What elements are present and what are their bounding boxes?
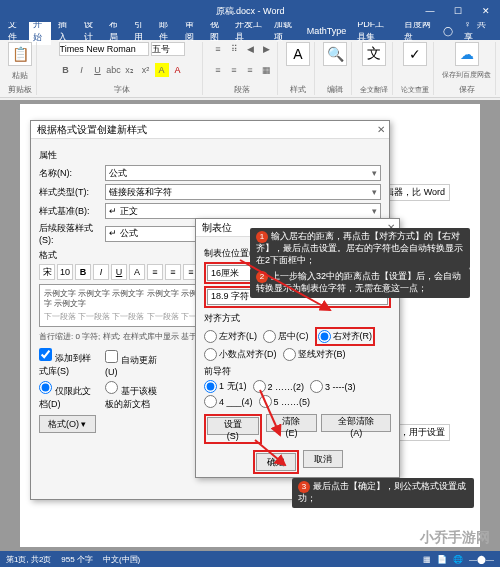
base-label: 样式基准(B): <box>39 205 99 218</box>
fmt-alignc-icon[interactable]: ≡ <box>165 264 181 280</box>
italic-icon[interactable]: I <box>75 63 89 77</box>
ribbon-check: ✓ 论文查重 <box>397 42 434 95</box>
svg-line-2 <box>255 440 285 465</box>
arrow-icon <box>240 260 340 320</box>
ribbon-translate: 文 全文翻译 <box>356 42 393 95</box>
align-right-radio[interactable]: 右对齐(R) <box>315 327 376 346</box>
align-left-radio[interactable]: 左对齐(L) <box>204 327 257 346</box>
status-lang[interactable]: 中文(中国) <box>103 554 140 565</box>
ribbon: 📋 粘贴 剪贴板 B I U abc x₂ x² A A 字体 ≡ ⠿ ◀ ▶ … <box>0 40 500 98</box>
fmt-size-icon[interactable]: 10 <box>57 264 73 280</box>
title-bar: 原稿.docx - Word — ☐ ✕ <box>0 0 500 22</box>
minimize-button[interactable]: — <box>416 0 444 22</box>
check-button[interactable]: ✓ <box>403 42 427 66</box>
add-to-library-checkbox[interactable]: 添加到样式库(S) <box>39 348 99 378</box>
strike-icon[interactable]: abc <box>107 63 121 77</box>
sup-icon[interactable]: x² <box>139 63 153 77</box>
view-read-icon[interactable]: ▦ <box>423 555 431 564</box>
name-label: 名称(N): <box>39 167 99 180</box>
next-label: 后续段落样式(S): <box>39 222 99 245</box>
align-center-radio[interactable]: 居中(C) <box>263 327 309 346</box>
sub-icon[interactable]: x₂ <box>123 63 137 77</box>
close-icon[interactable]: ✕ <box>377 124 385 135</box>
leader-label: 前导符 <box>204 365 391 378</box>
font-name-input[interactable] <box>59 42 149 56</box>
watermark: 小乔手游网 <box>420 529 490 547</box>
format-menu-button[interactable]: 格式(O) ▾ <box>39 415 96 433</box>
ribbon-editing: 🔍 编辑 <box>319 42 352 95</box>
translate-button[interactable]: 文 <box>362 42 386 66</box>
arrow-icon <box>250 390 290 440</box>
template-radio[interactable]: 基于该模板的新文档 <box>105 381 165 411</box>
bullets-icon[interactable]: ≡ <box>211 42 225 56</box>
svg-line-1 <box>260 390 280 435</box>
status-bar: 第1页, 共2页 955 个字 中文(中国) ▦ 📄 🌐 —⬤— <box>0 551 500 567</box>
style-dialog-title[interactable]: 根据格式设置创建新样式 ✕ <box>31 121 389 139</box>
fmt-italic-icon[interactable]: I <box>93 264 109 280</box>
paste-button[interactable]: 📋 <box>8 42 32 66</box>
status-words[interactable]: 955 个字 <box>61 554 93 565</box>
highlight-icon[interactable]: A <box>155 63 169 77</box>
tab-mathtype[interactable]: MathType <box>303 25 351 37</box>
ribbon-paragraph: ≡ ⠿ ◀ ▶ ≡ ≡ ≡ ▦ 段落 <box>207 42 278 95</box>
name-input[interactable]: 公式 <box>105 165 381 181</box>
align-center-icon[interactable]: ≡ <box>227 63 241 77</box>
fmt-alignl-icon[interactable]: ≡ <box>147 264 163 280</box>
zoom-slider[interactable]: —⬤— <box>469 555 494 564</box>
only-this-doc-radio[interactable]: 仅限此文档(D) <box>39 381 99 411</box>
fmt-color-icon[interactable]: A <box>129 264 145 280</box>
ribbon-baidu: ☁ 保存到百度网盘 保存 <box>438 42 496 95</box>
type-label: 样式类型(T): <box>39 186 99 199</box>
tab-help[interactable]: ◯ <box>439 25 457 37</box>
view-web-icon[interactable]: 🌐 <box>453 555 463 564</box>
tab-clearall-button[interactable]: 全部清除(A) <box>321 414 391 432</box>
view-print-icon[interactable]: 📄 <box>437 555 447 564</box>
ribbon-clipboard: 📋 粘贴 剪贴板 <box>4 42 37 95</box>
align-left-icon[interactable]: ≡ <box>211 63 225 77</box>
ribbon-font: B I U abc x₂ x² A A 字体 <box>41 42 203 95</box>
find-button[interactable]: 🔍 <box>323 42 347 66</box>
shading-icon[interactable]: ▦ <box>259 63 273 77</box>
ribbon-styles: A 样式 <box>282 42 315 95</box>
arrow-icon <box>250 440 290 470</box>
tip-3: 3最后点击【确定】，则公式格式设置成功； <box>292 478 474 508</box>
indent-inc-icon[interactable]: ▶ <box>259 42 273 56</box>
indent-dec-icon[interactable]: ◀ <box>243 42 257 56</box>
underline-icon[interactable]: U <box>91 63 105 77</box>
section-properties: 属性 <box>39 149 381 162</box>
numbering-icon[interactable]: ⠿ <box>227 42 241 56</box>
tab-cancel-button[interactable]: 取消 <box>303 450 343 468</box>
window-title: 原稿.docx - Word <box>216 5 285 18</box>
align-bar-radio[interactable]: 竖线对齐(B) <box>283 348 346 361</box>
align-right-icon[interactable]: ≡ <box>243 63 257 77</box>
bold-icon[interactable]: B <box>59 63 73 77</box>
align-decimal-radio[interactable]: 小数点对齐(D) <box>204 348 277 361</box>
baidu-save-button[interactable]: ☁ <box>455 42 479 66</box>
fmt-font-icon[interactable]: 宋 <box>39 264 55 280</box>
svg-line-0 <box>240 260 330 310</box>
fmt-underline-icon[interactable]: U <box>111 264 127 280</box>
maximize-button[interactable]: ☐ <box>444 0 472 22</box>
auto-update-checkbox[interactable]: 自动更新(U) <box>105 350 165 377</box>
leader-1-radio[interactable]: 1 无(1) <box>204 380 247 393</box>
leader-3-radio[interactable]: 3 ----(3) <box>310 380 356 393</box>
fmt-bold-icon[interactable]: B <box>75 264 91 280</box>
ribbon-tabs: 文件 开始 插入 设计 布局 引用 邮件 审阅 视图 开发工具 加载项 Math… <box>0 22 500 40</box>
status-page[interactable]: 第1页, 共2页 <box>6 554 51 565</box>
font-color-icon[interactable]: A <box>171 63 185 77</box>
font-size-input[interactable] <box>151 42 185 56</box>
close-button[interactable]: ✕ <box>472 0 500 22</box>
styles-button[interactable]: A <box>286 42 310 66</box>
base-select[interactable]: ↵ 正文 <box>105 203 381 219</box>
leader-4-radio[interactable]: 4 ___(4) <box>204 395 253 408</box>
type-select[interactable]: 链接段落和字符 <box>105 184 381 200</box>
